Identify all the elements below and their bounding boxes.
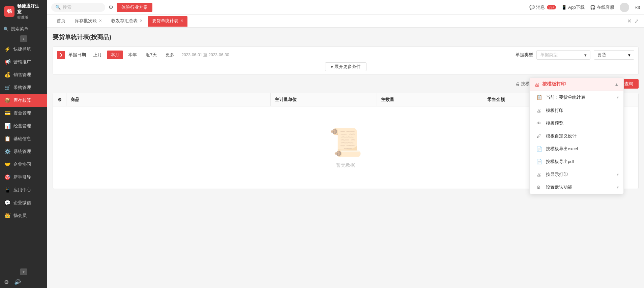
sidebar-item-member[interactable]: 👑 畅会员 [0, 209, 47, 222]
date-btn-更多[interactable]: 更多 [162, 51, 178, 59]
dropdown-item-display-print[interactable]: 🖨 按显示打印 ▾ [530, 168, 623, 181]
item-icon-template-export-excel: 📄 [536, 146, 543, 152]
settings-icon[interactable]: ⚙ [4, 279, 9, 285]
sidebar-nav: ⚡ 快捷导航 📢 营销推广 💰 销售管理 🛒 采购管理 📦 库存核算 💳 资金管… [0, 43, 47, 268]
empty-icon: 📜 [329, 127, 362, 158]
dropdown-item-template-preview[interactable]: 👁 模板预览 [530, 117, 623, 130]
sidebar-item-quick-nav[interactable]: ⚡ 快捷导航 [0, 43, 47, 56]
online-service-label: 在线客服 [597, 4, 614, 10]
sidebar-item-newuser[interactable]: 🎯 新手引导 [0, 171, 47, 184]
dropdown-current: 📋 当前：要货单统计表 ▾ [530, 91, 623, 104]
order-type-select[interactable]: 要货 ▾ [594, 50, 634, 60]
app-name: 畅捷通好生意 [17, 3, 43, 15]
nav-icon-sales: 💰 [4, 72, 11, 78]
maximize-button[interactable]: ⤢ [634, 18, 639, 24]
dropdown-item-set-default[interactable]: ⚙ 设置默认功能 ▾ [530, 181, 623, 194]
filter-expand-icon[interactable]: ❯ [57, 51, 65, 59]
online-service-item[interactable]: 🎧 在线客服 [590, 4, 614, 10]
sidebar-scroll-up[interactable]: ▲ [20, 35, 27, 42]
nav-icon-weixin: 💬 [4, 200, 11, 206]
messages-badge: 99+ [547, 5, 556, 9]
item-icon-template-export-pdf: 📄 [536, 159, 543, 164]
tab-close-inventory-batch[interactable]: ✕ [99, 19, 102, 23]
filter-expand-row: ▾ 展开更多条件 [57, 62, 634, 71]
nav-icon-appstore: 📱 [4, 187, 11, 193]
nav-label-appstore: 应用中心 [13, 187, 31, 193]
expand-more-btn[interactable]: ▾ 展开更多条件 [325, 62, 367, 71]
chevron-down-icon2: ▾ [628, 53, 631, 58]
messages-item[interactable]: 💬 消息 99+ [529, 4, 556, 10]
nav-label-coop: 企业协同 [13, 161, 31, 167]
tab-close-receipts-summary[interactable]: ✕ [140, 19, 143, 23]
sidebar-item-inventory[interactable]: 📦 库存核算 [0, 94, 47, 107]
item-label-template-design: 模板自定义设计 [546, 133, 619, 139]
item-label-set-default: 设置默认功能 [546, 184, 613, 190]
date-btn-上月[interactable]: 上月 [89, 51, 106, 59]
sidebar-scroll-down[interactable]: ▼ [20, 268, 27, 275]
nav-label-system: 系统管理 [13, 149, 31, 155]
date-btn-本月[interactable]: 本月 [107, 51, 123, 59]
audio-icon[interactable]: 🔊 [14, 279, 21, 285]
date-btn-本年[interactable]: 本年 [124, 51, 141, 59]
dropdown-item-template-export-excel[interactable]: 📄 按模板导出excel [530, 142, 623, 155]
nav-label-quick-nav: 快捷导航 [13, 46, 31, 52]
app-download-item[interactable]: 📱 App下载 [561, 4, 585, 10]
item-label-template-preview: 模板预览 [546, 120, 619, 126]
sidebar-item-base[interactable]: 📋 基础信息 [0, 132, 47, 145]
item-icon-template-preview: 👁 [536, 121, 543, 126]
sidebar-item-purchase[interactable]: 🛒 采购管理 [0, 81, 47, 94]
sidebar-item-coop[interactable]: 🤝 企业协同 [0, 158, 47, 171]
sidebar-item-weixin[interactable]: 💬 企业微信 [0, 196, 47, 209]
th-qty: 主数量 [377, 93, 483, 106]
date-btn-近7天[interactable]: 近7天 [142, 51, 160, 59]
sidebar-item-operation[interactable]: 📊 经营管理 [0, 120, 47, 132]
chevron-down-icon: ▾ [584, 53, 587, 58]
current-arrow[interactable]: ▾ [617, 95, 619, 100]
topbar-right: 💬 消息 99+ 📱 App下载 🎧 在线客服 Rit [529, 3, 640, 12]
sidebar-item-system[interactable]: ⚙️ 系统管理 [0, 145, 47, 158]
app-name-block: 畅捷通好生意 标准版 [17, 3, 43, 20]
sidebar-item-finance[interactable]: 💳 资金管理 [0, 107, 47, 120]
nav-label-marketing: 营销推广 [13, 59, 31, 65]
content-area: 要货单统计表(按商品) ❯ 单据日期 上月本月本年近7天更多 2023-06-0… [47, 28, 644, 288]
search-placeholder: 搜索 [63, 4, 71, 10]
tab-label-home: 首页 [57, 18, 65, 24]
dropdown-item-template-print[interactable]: 🖨 模板打印 [530, 104, 623, 117]
topbar: 🔍 搜索 ⚙ 体验行业方案 💬 消息 99+ 📱 App下载 🎧 在线客服 Ri… [47, 0, 644, 15]
minimize-button[interactable]: ✕ [627, 18, 632, 24]
sidebar: 畅 畅捷通好生意 标准版 🔍 搜索菜单 ▲ ⚡ 快捷导航 📢 营销推广 💰 销售… [0, 0, 47, 288]
type-filter-select[interactable]: 单据类型 ▾ [536, 50, 590, 60]
tab-inventory-batch[interactable]: 库存批次账✕ [71, 16, 106, 27]
nav-label-inventory: 库存核算 [13, 97, 31, 103]
tab-order-stats[interactable]: 要货单统计表✕ [148, 16, 187, 27]
tab-label-receipts-summary: 收发存汇总表 [111, 18, 138, 24]
expand-more-label: 展开更多条件 [334, 64, 361, 70]
messages-label: 消息 [536, 4, 545, 10]
dropdown-collapse-icon[interactable]: ▲ [614, 82, 619, 87]
app-logo-icon: 畅 [4, 6, 14, 17]
trial-button[interactable]: 体验行业方案 [117, 3, 152, 12]
filter-row: ❯ 单据日期 上月本月本年近7天更多 2023-06-01 至 2023-06-… [57, 50, 634, 60]
tab-close-order-stats[interactable]: ✕ [180, 19, 183, 23]
current-label: 当前：要货单统计表 [546, 94, 613, 100]
app-version: 标准版 [17, 15, 43, 20]
tab-home[interactable]: 首页 [53, 16, 69, 27]
tab-receipts-summary[interactable]: 收发存汇总表✕ [107, 16, 147, 27]
sidebar-search[interactable]: 🔍 搜索菜单 [0, 23, 47, 35]
filter-bar: ❯ 单据日期 上月本月本年近7天更多 2023-06-01 至 2023-06-… [53, 46, 639, 75]
th-settings[interactable]: ⚙ [53, 93, 66, 106]
topbar-settings-icon[interactable]: ⚙ [109, 4, 113, 10]
user-avatar[interactable] [620, 3, 629, 12]
item-label-display-print: 按显示打印 [546, 171, 613, 178]
type-filter-value: 单据类型 [540, 52, 582, 58]
current-icon: 📋 [536, 95, 543, 100]
topbar-search-bar[interactable]: 🔍 搜索 [51, 3, 105, 12]
sidebar-item-marketing[interactable]: 📢 营销推广 [0, 56, 47, 68]
dropdown-item-template-export-pdf[interactable]: 📄 按模板导出pdf [530, 155, 623, 168]
item-label-template-export-excel: 按模板导出excel [546, 146, 619, 152]
dropdown-items: 🖨 模板打印 👁 模板预览 🖊 模板自定义设计 📄 按模板导出excel 📄 按… [530, 104, 623, 194]
nav-label-purchase: 采购管理 [13, 85, 31, 91]
sidebar-item-appstore[interactable]: 📱 应用中心 [0, 184, 47, 196]
sidebar-item-sales[interactable]: 💰 销售管理 [0, 68, 47, 81]
dropdown-item-template-design[interactable]: 🖊 模板自定义设计 [530, 130, 623, 142]
